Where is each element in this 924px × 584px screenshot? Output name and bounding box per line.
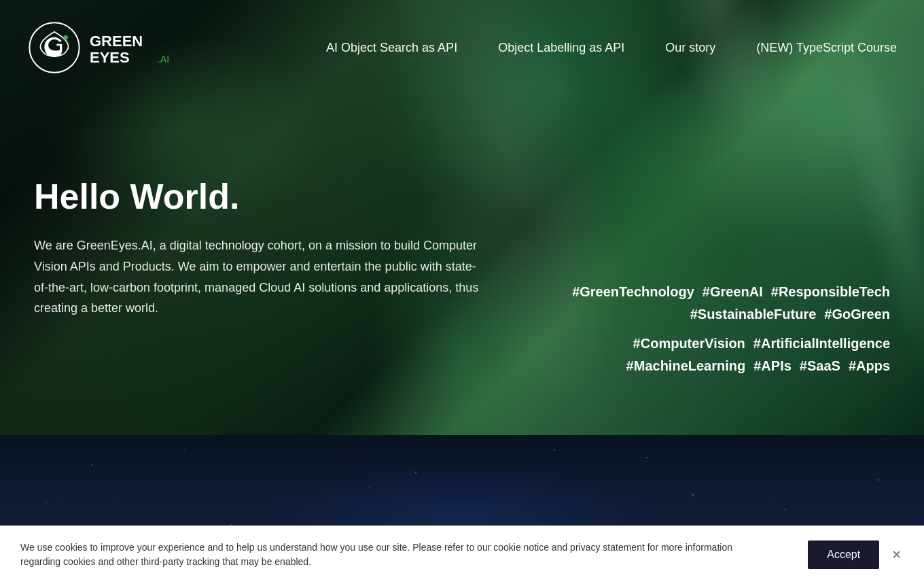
nav-link-ai-search[interactable]: AI Object Search as API — [326, 41, 457, 54]
nav-links: AI Object Search as API Object Labelling… — [326, 41, 897, 55]
greeneyes-logo — [27, 20, 82, 75]
nav-link-typescript-course[interactable]: (NEW) TypeScript Course — [756, 41, 897, 54]
nav-link-object-labelling[interactable]: Object Labelling as API — [498, 41, 624, 54]
hero-tags: #GreenTechnology #GreenAI #ResponsibleTe… — [572, 284, 890, 381]
tag-green-ai[interactable]: #GreenAI — [703, 284, 763, 300]
svg-text:.AI: .AI — [158, 54, 169, 65]
svg-point-1 — [63, 35, 68, 40]
tag-saas[interactable]: #SaaS — [800, 358, 840, 374]
svg-text:GREEN: GREEN — [90, 33, 143, 50]
hero-body-text: We are GreenEyes.AI, a digital technolog… — [34, 235, 482, 318]
hero-title: Hello World. — [34, 177, 482, 216]
tag-apps[interactable]: #Apps — [849, 358, 890, 374]
tag-computer-vision[interactable]: #ComputerVision — [633, 336, 745, 351]
cookie-close-button[interactable]: × — [889, 545, 904, 565]
nav-item-typescript-course[interactable]: (NEW) TypeScript Course — [756, 41, 897, 55]
cookie-accept-button[interactable]: Accept — [808, 540, 879, 569]
tags-row-2: #SustainableFuture #GoGreen — [572, 307, 890, 322]
tag-responsible-tech[interactable]: #ResponsibleTech — [771, 284, 890, 300]
svg-text:EYES: EYES — [90, 49, 130, 66]
tag-go-green[interactable]: #GoGreen — [824, 307, 890, 322]
tag-machine-learning[interactable]: #MachineLearning — [626, 358, 746, 374]
tag-green-technology[interactable]: #GreenTechnology — [572, 284, 694, 300]
nav-item-our-story[interactable]: Our story — [665, 41, 715, 55]
logo-area[interactable]: GREEN EYES .AI — [27, 20, 198, 75]
hero-text-block: Hello World. We are GreenEyes.AI, a digi… — [34, 177, 482, 319]
cookie-actions: Accept × — [808, 540, 904, 569]
nav-link-our-story[interactable]: Our story — [665, 41, 715, 54]
tag-artificial-intelligence[interactable]: #ArtificialIntelligence — [753, 336, 890, 351]
cookie-banner: We use cookies to improve your experienc… — [0, 526, 924, 584]
cookie-message: We use cookies to improve your experienc… — [20, 540, 768, 569]
svg-point-0 — [29, 22, 79, 72]
nav-item-ai-search[interactable]: AI Object Search as API — [326, 41, 457, 55]
navbar: GREEN EYES .AI AI Object Search as API O… — [0, 0, 924, 95]
tags-row-1: #GreenTechnology #GreenAI #ResponsibleTe… — [572, 284, 890, 300]
greeneyes-wordmark: GREEN EYES .AI — [90, 27, 198, 68]
tag-sustainable-future[interactable]: #SustainableFuture — [690, 307, 817, 322]
nav-item-object-labelling[interactable]: Object Labelling as API — [498, 41, 624, 55]
tags-row-4: #MachineLearning #APIs #SaaS #Apps — [572, 358, 890, 374]
tag-apis[interactable]: #APIs — [753, 358, 792, 374]
tags-row-3: #ComputerVision #ArtificialIntelligence — [572, 336, 890, 351]
